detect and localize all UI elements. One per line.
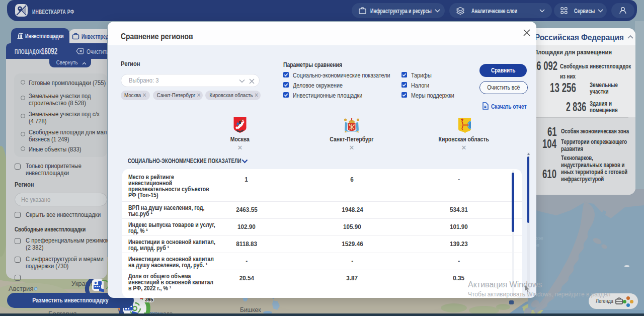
svg-text:Бишкек: Бишкек: [240, 306, 261, 313]
svg-text:Австрия: Австрия: [9, 285, 33, 292]
